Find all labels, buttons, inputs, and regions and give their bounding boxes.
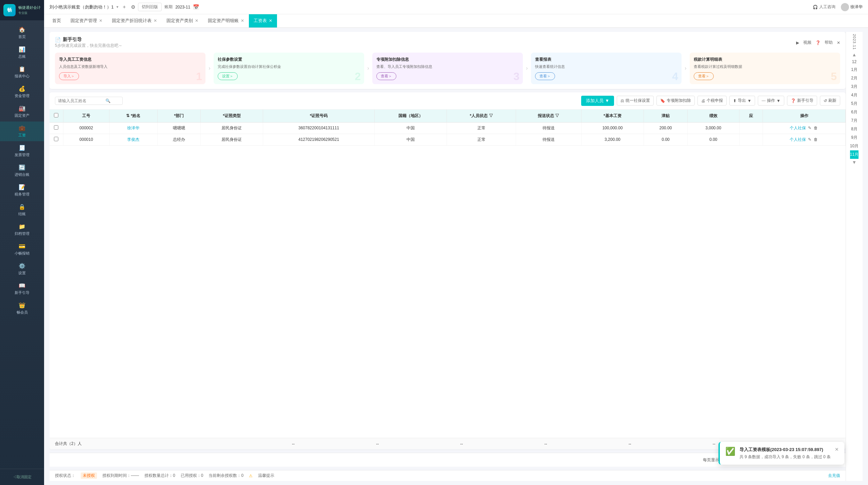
switch-version-btn[interactable]: 切到旧版 xyxy=(138,3,162,11)
tab-home[interactable]: 首页 xyxy=(47,14,66,28)
cal-month-9月[interactable]: 9月 xyxy=(850,133,859,142)
nav-label-fixed: 固定资产 xyxy=(15,113,29,118)
row-allowance-1: 0.00 xyxy=(644,134,688,145)
cal-month-3月[interactable]: 3月 xyxy=(850,82,859,91)
select-all-checkbox[interactable] xyxy=(54,113,58,117)
ops-arrow: ▼ xyxy=(776,98,781,103)
cal-month-11月[interactable]: 11月 xyxy=(850,150,859,159)
close-guide-icon[interactable]: ✕ xyxy=(837,40,840,45)
th-id-number: *证照号码 xyxy=(263,110,375,123)
account-selector[interactable]: 刘小艳演示账套（勿删勿动！）1 ▼ xyxy=(50,4,119,10)
row-checkbox-0[interactable] xyxy=(50,122,63,134)
guide-btn[interactable]: ❓ 新手引导 xyxy=(787,96,817,106)
tab-close-fixed-assets[interactable]: ✕ xyxy=(99,18,102,23)
tab-close-fixed-detail[interactable]: ✕ xyxy=(241,18,244,23)
sidebar-item-ledger[interactable]: 📊 总账 xyxy=(0,43,44,62)
sidebar-item-guide[interactable]: 📖 新手引导 xyxy=(0,279,44,299)
sidebar-item-purchase-sales[interactable]: 🔄 进销台账 xyxy=(0,161,44,181)
step-desc-1: 人员信息及工资数据新增导入 xyxy=(59,64,201,70)
search-input[interactable] xyxy=(58,98,105,103)
tab-close-fixed-category[interactable]: ✕ xyxy=(195,18,198,23)
user-name-btn[interactable]: 徐泽华 xyxy=(841,3,863,11)
operations-btn[interactable]: ⋯ 操作 ▼ xyxy=(758,96,784,106)
cal-month-5月[interactable]: 5月 xyxy=(850,99,859,108)
tab-fixed-depreciation[interactable]: 固定资产折旧统计表✕ xyxy=(107,14,162,28)
row-nationality-1: 中国 xyxy=(374,134,447,145)
cal-month-12[interactable]: 12 xyxy=(850,58,859,66)
right-calendar-panel: 2023.11 ▲ 121月2月3月4月5月6月7月8月9月10月11月 ▼ xyxy=(846,32,863,481)
delete-icon-0: 🗑 xyxy=(814,126,818,130)
cancel-fixed-btn[interactable]: ◁取消固定 xyxy=(0,472,44,482)
sidebar-item-fixed[interactable]: 🏭 固定资产 xyxy=(0,102,44,122)
tab-close-salary-table[interactable]: ✕ xyxy=(269,18,272,23)
step-item-4: 4 查看报表 快速查看统计信息 查看＞ xyxy=(531,53,682,84)
tab-fixed-detail[interactable]: 固定资产明细账✕ xyxy=(203,14,249,28)
help-label[interactable]: 帮助 xyxy=(825,40,833,45)
cal-month-8月[interactable]: 8月 xyxy=(850,125,859,133)
sidebar-item-expense[interactable]: 💳 小畅报销 xyxy=(0,240,44,259)
sidebar-item-close[interactable]: 🔒 结账 xyxy=(0,200,44,220)
nav-label-ledger: 总账 xyxy=(18,54,26,59)
cal-month-7月[interactable]: 7月 xyxy=(850,116,859,125)
cal-month-10月[interactable]: 10月 xyxy=(850,142,859,150)
social-icon: ⚖ xyxy=(620,98,624,103)
sidebar-item-tax[interactable]: 📝 税务管理 xyxy=(0,181,44,200)
add-person-btn[interactable]: 添加人员 ▼ xyxy=(581,96,614,106)
sidebar-item-reports[interactable]: 📋 报表中心 xyxy=(0,62,44,82)
sidebar-item-settings[interactable]: ⚙️ 设置 xyxy=(0,259,44,279)
sidebar-item-archive[interactable]: 📁 归档管理 xyxy=(0,220,44,240)
tab-label-salary-table: 工资表 xyxy=(254,18,267,24)
tax-report-btn[interactable]: 🖨 个税申报 xyxy=(697,96,727,106)
row-name-1[interactable]: 李俊杰 xyxy=(110,134,157,145)
sidebar-item-member[interactable]: 👑 畅会员 xyxy=(0,299,44,318)
tab-fixed-category[interactable]: 固定资产类别✕ xyxy=(162,14,203,28)
export-btn[interactable]: ⬆ 导出 ▼ xyxy=(729,96,755,106)
add-account-icon[interactable]: ＋ xyxy=(122,4,127,10)
tab-label-fixed-category: 固定资产类别 xyxy=(166,18,193,24)
special-deduction-btn[interactable]: 🔖 专项附加扣除 xyxy=(656,96,695,106)
nav-icon-billing: 🧾 xyxy=(19,145,25,151)
salary-table: 工号 ⇅ *姓名 *部门 *证照类型 *证照号码 国籍（地区） *人员状态 ▽ … xyxy=(50,110,846,438)
cal-month-4月[interactable]: 4月 xyxy=(850,91,859,99)
footer-cell-0: -- xyxy=(251,442,335,446)
step-num-4: 4 xyxy=(672,70,678,83)
row-nationality-0: 中国 xyxy=(374,122,447,134)
sidebar-item-billing[interactable]: 🧾 发票管理 xyxy=(0,141,44,161)
service-btn[interactable]: 🎧 人工咨询 xyxy=(813,4,835,10)
row-checkbox-1[interactable] xyxy=(50,134,63,145)
step-btn-2[interactable]: 设置＞ xyxy=(218,72,238,80)
step-btn-1[interactable]: 导入＞ xyxy=(59,72,79,80)
footer-summary: 合计共（2）人 xyxy=(55,441,251,447)
row-op-1[interactable]: 个人社保 ✎ 🗑 xyxy=(763,134,846,145)
video-label[interactable]: 视频 xyxy=(803,40,811,45)
step-btn-5[interactable]: 查看＞ xyxy=(694,72,714,80)
row-name-0[interactable]: 徐泽华 xyxy=(110,122,157,134)
logo-icon: 畅 xyxy=(3,4,16,16)
sidebar-item-funds[interactable]: 💰 资金管理 xyxy=(0,82,44,102)
search-icon[interactable]: 🔍 xyxy=(105,98,111,103)
calendar-down-arrow[interactable]: ▼ xyxy=(852,159,857,166)
recharge-btn[interactable]: 去充值 xyxy=(828,473,840,479)
th-checkbox[interactable] xyxy=(50,110,63,123)
social-insurance-btn[interactable]: ⚖ 统一社保设置 xyxy=(617,96,654,106)
cal-month-6月[interactable]: 6月 xyxy=(850,108,859,116)
toast-close-btn[interactable]: ✕ xyxy=(835,447,839,452)
calendar-up-arrow[interactable]: ▲ xyxy=(852,51,857,58)
step-desc-3: 查看、导入员工专项附加扣除信息 xyxy=(376,64,519,70)
tab-salary-table[interactable]: 工资表✕ xyxy=(249,14,277,28)
headset-icon: 🎧 xyxy=(813,5,818,10)
sidebar-item-home[interactable]: 🏠 首页 xyxy=(0,23,44,43)
cal-month-1月[interactable]: 1月 xyxy=(850,66,859,74)
calendar-icon[interactable]: 📅 xyxy=(193,4,199,10)
step-btn-3[interactable]: 查看＞ xyxy=(376,72,396,80)
step-arrow-4: › xyxy=(682,53,690,84)
step-btn-4[interactable]: 查看＞ xyxy=(535,72,555,80)
auth-status: 未授权 xyxy=(81,472,97,479)
tab-fixed-assets[interactable]: 固定资产管理✕ xyxy=(66,14,107,28)
refresh-btn[interactable]: ↺ 刷新 xyxy=(820,96,840,106)
row-op-0[interactable]: 个人社保 ✎ 🗑 xyxy=(763,122,846,134)
settings-icon[interactable]: ⚙ xyxy=(131,4,135,10)
cal-month-2月[interactable]: 2月 xyxy=(850,74,859,82)
tab-close-fixed-depreciation[interactable]: ✕ xyxy=(154,18,157,23)
sidebar-item-salary[interactable]: 💼 工资 xyxy=(0,122,44,141)
